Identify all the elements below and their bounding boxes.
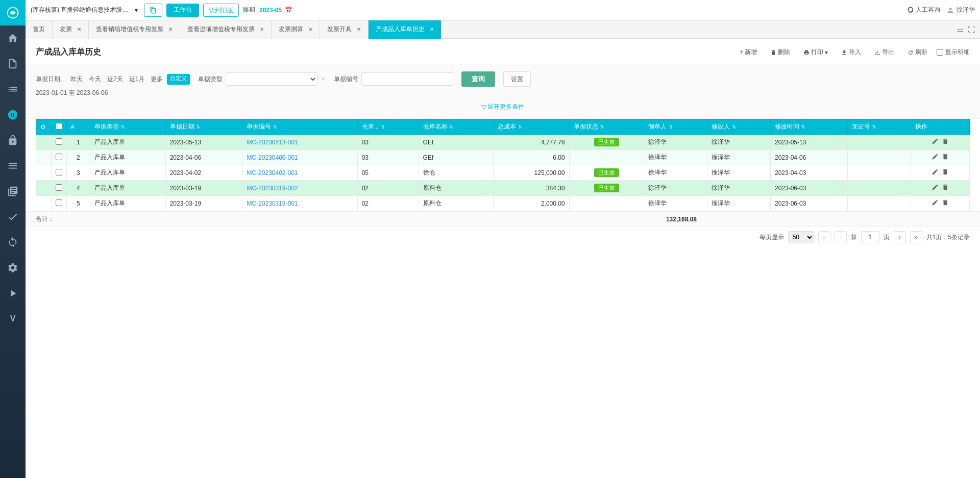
delete-btn[interactable]: 删除 — [766, 46, 794, 59]
row-delete-btn[interactable] — [942, 138, 949, 146]
tab-sales-vat-close[interactable]: ✕ — [168, 27, 173, 32]
sidebar-item-settings[interactable] — [0, 255, 26, 281]
row-settings[interactable] — [36, 135, 52, 150]
tab-product-history[interactable]: 产成品入库单历史 ✕ — [369, 20, 442, 39]
row-settings[interactable] — [36, 196, 52, 211]
row-doc-number[interactable]: MC-20230513-001 — [242, 135, 357, 150]
row-delete-btn[interactable] — [942, 184, 949, 192]
col-voucher[interactable]: 凭证号 ⇅ — [847, 119, 911, 135]
row-select-checkbox[interactable] — [56, 169, 62, 175]
row-edit-btn[interactable] — [932, 168, 939, 177]
sidebar-item-stamp[interactable] — [0, 204, 26, 230]
col-warehouse-name[interactable]: 仓库名称 ⇅ — [419, 119, 494, 135]
col-modifier[interactable]: 修改人 ⇅ — [707, 119, 771, 135]
col-settings[interactable]: ⚙ — [36, 119, 52, 135]
date-7days-btn[interactable]: 近7天 — [105, 74, 125, 85]
tab-invoice[interactable]: 发票 ✕ — [53, 20, 89, 39]
sidebar-item-play[interactable] — [0, 281, 26, 306]
sidebar-item-tag[interactable] — [0, 102, 26, 128]
row-edit-btn[interactable] — [932, 184, 939, 192]
first-page-btn[interactable]: « — [818, 231, 830, 243]
col-total-cost[interactable]: 总成本 ⇅ — [494, 119, 569, 135]
col-doc-status[interactable]: 单据状态 ⇅ — [569, 119, 644, 135]
row-checkbox[interactable] — [52, 165, 67, 181]
workbench-btn[interactable]: 工作台 — [166, 4, 199, 17]
doc-type-clear-icon[interactable]: ✕ — [321, 76, 326, 83]
sidebar-item-list[interactable] — [0, 153, 26, 179]
expand-btn[interactable]: ▽ 展开更多条件 — [482, 103, 524, 111]
tab-invoice-issue-close[interactable]: ✕ — [357, 27, 361, 32]
tab-home[interactable]: 首页 — [26, 20, 53, 39]
row-select-checkbox[interactable] — [56, 138, 62, 145]
col-creator[interactable]: 制单人 ⇅ — [644, 119, 707, 135]
row-edit-btn[interactable] — [932, 138, 939, 146]
row-checkbox[interactable] — [52, 181, 67, 196]
row-select-checkbox[interactable] — [56, 199, 62, 206]
col-doc-type[interactable]: 单据类型 ⇅ — [90, 119, 165, 135]
setting-btn[interactable]: 设置 — [503, 71, 531, 87]
row-select-checkbox[interactable] — [56, 184, 62, 191]
row-doc-number[interactable]: MC-20230319-002 — [242, 181, 357, 196]
row-checkbox[interactable] — [52, 196, 67, 211]
row-settings[interactable] — [36, 181, 52, 196]
row-edit-btn[interactable] — [932, 199, 939, 208]
per-page-select[interactable]: 50 100 200 — [788, 231, 814, 243]
sidebar-item-book[interactable] — [0, 179, 26, 204]
select-all-checkbox[interactable] — [56, 123, 62, 130]
date-yesterday-btn[interactable]: 昨天 — [68, 74, 85, 85]
col-modify-time[interactable]: 修改时间 ⇅ — [770, 119, 847, 135]
sidebar-item-refresh[interactable] — [0, 230, 26, 255]
tab-input-vat-close[interactable]: ✕ — [260, 27, 264, 32]
row-select-checkbox[interactable] — [56, 154, 62, 160]
doc-number-input[interactable] — [361, 72, 453, 86]
tab-invoice-calc-close[interactable]: ✕ — [308, 27, 312, 32]
sidebar-item-lock[interactable] — [0, 128, 26, 153]
copy-doc-btn[interactable] — [144, 4, 162, 17]
tab-sales-vat[interactable]: 查看销项增值税专用发票 ✕ — [89, 20, 180, 39]
col-doc-date[interactable]: 单据日期 ⇅ — [165, 119, 242, 135]
user-menu[interactable]: 徐泽华 — [946, 6, 975, 14]
refresh-btn[interactable]: 刷新 — [903, 46, 932, 59]
import-btn[interactable]: 导入 — [837, 46, 865, 59]
show-detail-checkbox[interactable] — [937, 49, 943, 56]
sidebar-item-doc[interactable] — [0, 51, 26, 77]
row-edit-btn[interactable] — [932, 153, 939, 162]
export-btn[interactable]: 导出 — [870, 46, 898, 59]
tab-input-vat[interactable]: 查看进项增值税专用发票 ✕ — [180, 20, 272, 39]
company-selector[interactable]: (库存核算) 直播轻绝通信息技术股份... ▾ — [31, 6, 138, 14]
switch-old-btn[interactable]: 切到旧版 — [203, 4, 239, 17]
page-input[interactable] — [861, 231, 879, 243]
date-more-btn[interactable]: 更多 — [149, 74, 165, 85]
row-checkbox[interactable] — [52, 135, 67, 150]
company-dropdown-icon[interactable]: ▾ — [135, 7, 138, 14]
date-custom-tag[interactable]: 自定义 — [167, 74, 190, 85]
next-page-btn[interactable]: › — [894, 231, 906, 243]
date-1month-btn[interactable]: 近1月 — [127, 74, 147, 85]
sidebar-item-v[interactable]: V — [0, 306, 26, 332]
tab-invoice-close[interactable]: ✕ — [77, 27, 81, 32]
row-doc-number[interactable]: MC-20230406-001 — [242, 150, 357, 165]
tab-product-history-close[interactable]: ✕ — [430, 27, 434, 32]
tab-invoice-calc[interactable]: 发票测算 ✕ — [272, 20, 320, 39]
sidebar-item-home[interactable] — [0, 26, 26, 51]
print-btn[interactable]: 打印 ▾ — [799, 46, 832, 59]
row-delete-btn[interactable] — [942, 199, 949, 208]
row-delete-btn[interactable] — [942, 168, 949, 177]
tab-restore-btn[interactable]: ▭ — [957, 26, 964, 34]
sidebar-item-chart[interactable] — [0, 77, 26, 102]
doc-type-select[interactable]: 产品入库单 — [226, 72, 317, 86]
query-btn[interactable]: 查询 — [461, 71, 495, 87]
last-page-btn[interactable]: » — [910, 231, 922, 243]
period-calendar-icon[interactable]: 📅 — [285, 7, 292, 14]
col-doc-number[interactable]: 单据编号 ⇅ — [242, 119, 357, 135]
col-checkbox[interactable] — [52, 119, 67, 135]
tab-invoice-issue[interactable]: 发票开具 ✕ — [320, 20, 369, 39]
row-doc-number[interactable]: MC-20230319-001 — [242, 196, 357, 211]
row-delete-btn[interactable] — [942, 153, 949, 162]
tab-maximize-btn[interactable]: ⛶ — [968, 26, 975, 34]
date-today-btn[interactable]: 今天 — [87, 74, 103, 85]
prev-page-btn[interactable]: ‹ — [835, 231, 847, 243]
row-checkbox[interactable] — [52, 150, 67, 165]
row-settings[interactable] — [36, 165, 52, 181]
human-service[interactable]: 人工咨询 — [907, 6, 940, 14]
